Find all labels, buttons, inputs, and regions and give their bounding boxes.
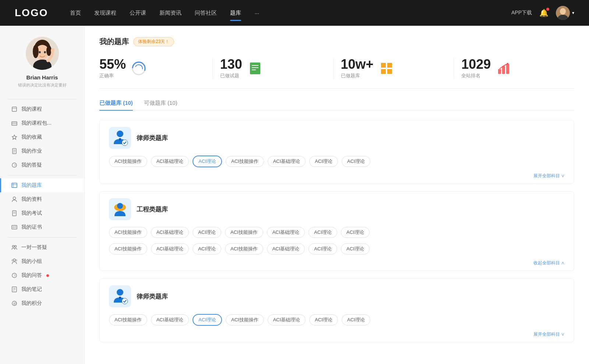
- page-header: 我的题库 体验剩余23天！: [99, 37, 574, 47]
- bank-lawyer-1-tag-2[interactable]: ACI理论: [193, 156, 222, 167]
- sidebar-item-questions[interactable]: ? 我的答疑: [0, 158, 84, 172]
- tab-done-banks[interactable]: 已做题库 (10): [99, 100, 133, 110]
- user-menu[interactable]: ▾: [556, 6, 574, 20]
- stat-site-rank-number: 1029: [461, 58, 491, 71]
- sidebar-questions-label: 我的答疑: [21, 162, 42, 168]
- bank-engineer-tag-r2-1[interactable]: ACI基础理论: [151, 243, 189, 254]
- bank-lawyer-1-icon: [109, 127, 131, 149]
- sidebar-item-notes[interactable]: 我的笔记: [0, 282, 84, 296]
- stat-accuracy-icon: [131, 61, 146, 76]
- bank-lawyer-1-tag-6[interactable]: ACI理论: [342, 156, 370, 167]
- bank-engineer-tag-r1-5[interactable]: ACI理论: [308, 227, 337, 238]
- sidebar-item-exam[interactable]: 我的考试: [0, 206, 84, 220]
- svg-marker-18: [12, 135, 17, 139]
- sidebar-divider-1: [7, 99, 77, 99]
- app-download-button[interactable]: APP下载: [511, 10, 532, 16]
- sidebar-item-question-bank[interactable]: 我的题库: [0, 178, 84, 192]
- bank-engineer-tag-r2-4[interactable]: ACI基础理论: [267, 243, 305, 254]
- nav-qa[interactable]: 问答社区: [195, 8, 217, 18]
- user-motto: 错误的决定比没有决定要好: [11, 82, 74, 88]
- trial-badge: 体验剩余23天！: [133, 37, 174, 46]
- bank-lawyer-1-expand[interactable]: 展开全部科目 ∨: [100, 173, 574, 183]
- nav-question-bank[interactable]: 题库: [230, 8, 241, 18]
- bank-lawyer-2-tag-6[interactable]: ACI理论: [342, 314, 370, 325]
- bank-lawyer-2-expand[interactable]: 展开全部科目 ∨: [100, 331, 574, 342]
- sidebar-item-favorites[interactable]: 我的收藏: [0, 130, 84, 144]
- sidebar-item-course-packages[interactable]: 我的课程包...: [0, 116, 84, 130]
- svg-point-28: [13, 197, 16, 200]
- profile-section: Brian Harris 错误的决定比没有决定要好: [0, 37, 84, 95]
- bank-lawyer-1-tag-1[interactable]: ACI基础理论: [151, 156, 189, 167]
- bank-lawyer-1-tag-0[interactable]: ACI技能操作: [109, 156, 147, 167]
- bank-section-lawyer-2: 律师类题库 ACI技能操作 ACI基础理论 ACI理论 ACI技能操作 ACI基…: [99, 278, 574, 342]
- sidebar-item-my-qa[interactable]: ? 我的问答: [0, 268, 84, 282]
- bank-lawyer-2-tag-4[interactable]: ACI基础理论: [268, 314, 306, 325]
- courses-icon: [11, 106, 18, 113]
- question-bank-icon: [11, 182, 18, 189]
- bank-lawyer-1-tag-5[interactable]: ACI理论: [309, 156, 338, 167]
- bank-section-engineer: 工程类题库 ACI技能操作 ACI基础理论 ACI理论 ACI技能操作 ACI基…: [99, 191, 574, 271]
- bank-engineer-tag-r2-5[interactable]: ACI理论: [308, 243, 337, 254]
- stat-done-banks-icon: [379, 61, 394, 76]
- nav-home[interactable]: 首页: [70, 8, 81, 18]
- sidebar-item-1on1[interactable]: 一对一答疑: [0, 240, 84, 254]
- bank-lawyer-1-tag-4[interactable]: ACI基础理论: [268, 156, 306, 167]
- bank-lawyer-2-icon: [109, 285, 131, 307]
- notes-icon: [11, 286, 18, 293]
- avatar: [26, 37, 59, 70]
- sidebar-favorites-label: 我的收藏: [21, 134, 42, 140]
- bank-lawyer-2-tag-2[interactable]: ACI理论: [193, 314, 222, 326]
- sidebar-item-profile[interactable]: 我的资料: [0, 192, 84, 206]
- bank-lawyer-1-tags: ACI技能操作 ACI基础理论 ACI理论 ACI技能操作 ACI基础理论 AC…: [100, 156, 574, 173]
- svg-point-65: [122, 140, 128, 146]
- tab-available-banks[interactable]: 可做题库 (10): [144, 100, 177, 110]
- bank-lawyer-2-tag-0[interactable]: ACI技能操作: [109, 314, 147, 325]
- bell-button[interactable]: 🔔: [539, 8, 549, 17]
- sidebar-exam-label: 我的考试: [21, 210, 42, 217]
- navbar-nav: 首页 发现课程 公开课 新闻资讯 问答社区 题库 ···: [70, 8, 511, 18]
- svg-point-63: [507, 63, 508, 64]
- sidebar-divider-2: [7, 175, 77, 175]
- bank-lawyer-2-tag-3[interactable]: ACI技能操作: [226, 314, 264, 325]
- nav-news[interactable]: 新闻资讯: [159, 8, 181, 18]
- svg-point-11: [44, 51, 46, 53]
- bank-engineer-tag-r1-6[interactable]: ACI理论: [341, 227, 370, 238]
- bank-engineer-tag-r2-2[interactable]: ACI理论: [193, 243, 221, 254]
- sidebar-my-qa-label: 我的问答: [21, 272, 42, 279]
- bank-lawyer-1-tag-3[interactable]: ACI技能操作: [226, 156, 264, 167]
- nav-more[interactable]: ···: [254, 8, 259, 18]
- svg-point-36: [13, 246, 14, 247]
- dropdown-arrow-icon: ▾: [572, 10, 574, 15]
- bank-engineer-tag-r1-0[interactable]: ACI技能操作: [109, 227, 147, 238]
- stat-done-banks-number: 10w+: [341, 58, 374, 71]
- svg-rect-62: [506, 64, 509, 74]
- bank-engineer-tag-r1-1[interactable]: ACI基础理论: [151, 227, 189, 238]
- bank-lawyer-2-tag-1[interactable]: ACI基础理论: [151, 314, 189, 325]
- profile-icon: [11, 196, 18, 203]
- bank-engineer-tags-row1: ACI技能操作 ACI基础理论 ACI理论 ACI技能操作 ACI基础理论 AC…: [100, 227, 574, 243]
- sidebar-item-courses[interactable]: 我的课程: [0, 102, 84, 116]
- bank-engineer-tag-r2-3[interactable]: ACI技能操作: [225, 243, 263, 254]
- sidebar-item-groups[interactable]: 我的小组: [0, 254, 84, 268]
- bank-engineer-tag-r1-2[interactable]: ACI理论: [193, 227, 221, 238]
- stat-site-rank: 1029 全站排名: [454, 58, 574, 79]
- sidebar-profile-label: 我的资料: [21, 196, 42, 203]
- bank-engineer-tag-r2-0[interactable]: ACI技能操作: [109, 243, 147, 254]
- nav-open[interactable]: 公开课: [130, 8, 146, 18]
- sidebar-item-homework[interactable]: 我的作业: [0, 144, 84, 158]
- stat-done-questions: 130 已做试题: [213, 58, 334, 79]
- sidebar-item-points[interactable]: 积 我的积分: [0, 296, 84, 310]
- bank-header-engineer: 工程类题库: [100, 192, 574, 227]
- nav-discover[interactable]: 发现课程: [94, 8, 116, 18]
- bank-lawyer-2-tag-5[interactable]: ACI理论: [309, 314, 338, 325]
- bank-engineer-tag-r1-4[interactable]: ACI基础理论: [267, 227, 305, 238]
- stat-done-questions-label: 已做试题: [220, 72, 242, 79]
- stat-done-banks: 10w+ 已做题库: [334, 58, 454, 79]
- svg-point-68: [117, 203, 123, 209]
- bank-engineer-tag-r2-6[interactable]: ACI理论: [341, 243, 370, 254]
- sidebar-item-certificate[interactable]: 我的证书: [0, 220, 84, 234]
- bank-engineer-tag-r1-3[interactable]: ACI技能操作: [225, 227, 263, 238]
- 1on1-icon: [11, 244, 18, 251]
- user-avatar: [556, 6, 570, 20]
- bank-engineer-collapse[interactable]: 收起全部科目 ∧: [100, 260, 574, 271]
